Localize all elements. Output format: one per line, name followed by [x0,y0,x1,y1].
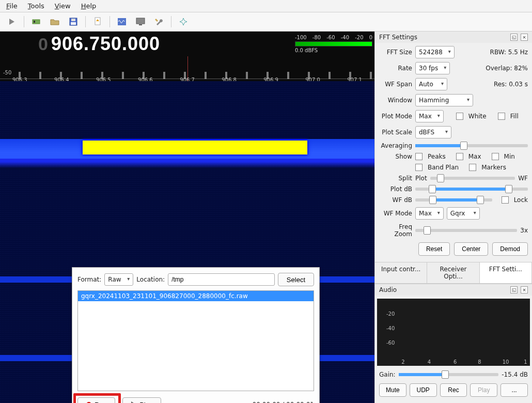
fft-size-select[interactable]: 524288 [415,46,455,58]
plotscale-select[interactable]: dBFS [415,126,451,138]
overlap-value: Overlap: 82% [486,65,528,72]
tab-input-controls[interactable]: Input contr... [375,262,427,283]
audio-play-button[interactable]: Play [470,383,497,397]
spectrum-waterfall-area[interactable]: 0 906.750.000 -100 -80 -60 -40 -20 0 0.0… [0,32,374,403]
location-input[interactable] [168,273,275,286]
min-checkbox[interactable] [492,153,499,160]
center-button[interactable]: Center [454,242,488,256]
gain-label: Gain: [379,371,396,378]
play-icon[interactable] [4,14,20,29]
rbw-value: RBW: 5.5 Hz [490,49,528,56]
separator [109,16,110,27]
file-list[interactable]: gqrx_20241103_231101_906827000_2880000_f… [77,290,314,391]
svg-rect-4 [71,22,76,25]
wrench-icon[interactable] [151,14,167,29]
iq-recorder-panel: Format: Raw Location: Select gqrx_202411… [72,267,320,403]
svg-rect-9 [139,24,142,25]
time-display: 00:00:00 / 00:00:01 [253,401,314,403]
audio-panel: Audio ◱ × -20 -40 -60 2 4 6 8 10 1 Gain:… [375,284,532,403]
format-select[interactable]: Raw [104,273,133,286]
tab-fft-settings[interactable]: FFT Setti... [480,262,532,283]
audio-spectrum[interactable]: -20 -40 -60 2 4 6 8 10 1 [377,299,530,366]
spectrum-ruler: -50 906.3 906.4 906.5 906.6 906.7 906.8 … [0,56,374,81]
freqzoom-value: 3x [520,227,528,234]
scope-icon[interactable] [114,14,130,29]
svg-marker-0 [9,19,14,25]
freq-digits[interactable]: 906.750.000 [51,33,160,55]
white-checkbox[interactable] [456,113,463,120]
separator [85,16,86,27]
audio-title: Audio [379,286,507,293]
wfmode2-select[interactable]: Gqrx [447,207,480,220]
fill-checkbox[interactable] [498,113,505,120]
menu-file[interactable]: File [4,1,20,11]
file-item[interactable]: gqrx_20241103_231101_906827000_2880000_f… [78,291,314,301]
fft-title: FFT Settings [379,34,507,41]
svg-rect-2 [34,21,35,23]
averaging-slider[interactable] [415,144,528,147]
lock-checkbox[interactable] [502,196,509,204]
freq-leading: 0 [38,34,48,54]
audio-more-button[interactable]: ... [500,383,528,397]
gain-value: -15.4 dB [502,371,528,378]
plotdb-slider[interactable] [415,188,528,191]
select-button[interactable]: Select [278,273,314,286]
save-icon[interactable] [66,14,81,29]
plotmode-select[interactable]: Max [415,110,444,122]
dsp-label: DSP [375,400,532,403]
rec-button[interactable]: Rec [77,397,115,403]
audio-buttons: Mute UDP Rec Play ... [375,380,532,400]
res-value: Res: 0.03 s [494,81,528,88]
window-select[interactable]: Hamming [415,94,473,106]
frequency-display[interactable]: 0 906.750.000 -100 -80 -60 -40 -20 0 0.0… [0,32,374,56]
separator [171,16,171,27]
split-slider[interactable] [430,177,515,180]
svg-rect-5 [71,19,75,21]
fft-settings-panel: FFT Settings ◱ × FFT Size524288RBW: 5.5 … [375,32,532,284]
separator [24,16,24,27]
svg-rect-8 [136,18,145,24]
right-dock: FFT Settings ◱ × FFT Size524288RBW: 5.5 … [374,32,532,403]
play-button[interactable]: Play [122,397,161,403]
svg-rect-7 [118,18,126,25]
wfspan-select[interactable]: Auto [415,78,447,90]
freqzoom-slider[interactable] [415,229,517,232]
rate-select[interactable]: 30 fps [415,62,450,74]
chip-icon[interactable] [28,14,44,29]
max-checkbox[interactable] [456,153,463,160]
close-icon[interactable]: × [521,34,528,41]
menu-tools[interactable]: Tools [26,1,46,11]
wfdb-slider[interactable] [415,198,492,202]
location-label: Location: [136,276,165,283]
mute-button[interactable]: Mute [379,383,406,397]
gain-slider[interactable] [399,373,499,376]
menu-help[interactable]: Help [79,1,99,11]
format-label: Format: [77,276,101,283]
menubar: File Tools View Help [0,0,532,12]
detach-icon[interactable]: ◱ [510,286,518,293]
tab-receiver-options[interactable]: Receiver Opti... [427,262,479,283]
detach-icon[interactable]: ◱ [510,34,518,41]
monitor-icon[interactable] [133,14,148,29]
page-arrow-icon[interactable] [90,14,105,29]
signal-bar [295,41,372,47]
demod-button[interactable]: Demod [492,242,528,256]
toolbar [0,12,532,32]
signal-meter: -100 -80 -60 -40 -20 0 0.0 dBFS [295,35,372,53]
bandplan-checkbox[interactable] [415,164,423,171]
nav-icon[interactable] [176,14,191,29]
reset-button[interactable]: Reset [418,242,450,256]
udp-button[interactable]: UDP [410,383,437,397]
wfmode1-select[interactable]: Max [415,207,444,220]
peaks-checkbox[interactable] [415,153,423,160]
menu-view[interactable]: View [53,1,73,11]
audio-rec-button[interactable]: Rec [440,383,467,397]
signal-value: 0.0 dBFS [295,48,372,53]
settings-tabs: Input contr... Receiver Opti... FFT Sett… [375,262,532,284]
folder-icon[interactable] [47,14,62,29]
markers-checkbox[interactable] [469,164,476,171]
close-icon[interactable]: × [521,286,528,293]
